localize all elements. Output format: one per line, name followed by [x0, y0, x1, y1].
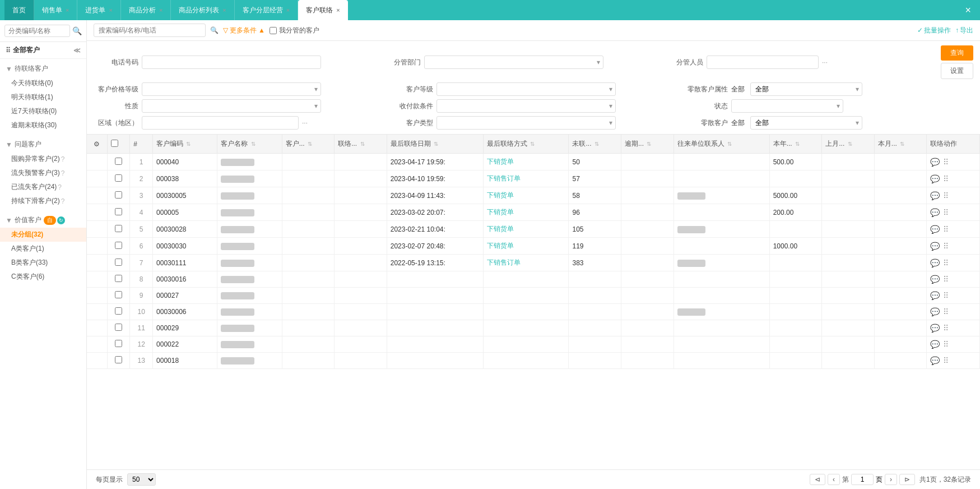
grid-action-icon[interactable]: ⠿ — [943, 356, 949, 365]
region-input[interactable] — [142, 116, 299, 130]
cell-checkbox[interactable] — [107, 288, 129, 304]
chat-icon[interactable]: 💬 — [930, 225, 940, 234]
phone-input[interactable] — [142, 56, 321, 69]
grid-action-icon[interactable]: ⠿ — [943, 158, 949, 167]
cell-checkbox[interactable] — [107, 336, 129, 353]
price-level-select[interactable] — [142, 82, 321, 96]
sidebar-collapse-icon[interactable]: ≪ — [73, 47, 81, 54]
sidebar-item-class-a[interactable]: A类客户(1) — [0, 242, 86, 256]
tab-goods-analysis-close[interactable]: × — [159, 7, 162, 13]
th-no-contact[interactable]: 未联... ⇅ — [569, 135, 621, 154]
chat-icon[interactable]: 💬 — [930, 356, 940, 365]
row-checkbox-6[interactable] — [115, 259, 122, 266]
sidebar-all-customers[interactable]: ⠿ 全部客户 ≪ — [0, 42, 86, 59]
sidebar-item-ungrouped[interactable]: 未分组(32) — [0, 228, 86, 242]
cell-last-method[interactable]: 下销货单 — [484, 238, 569, 255]
gender-select[interactable] — [142, 99, 321, 113]
tab-customer-tier[interactable]: 客户分层经营 × — [235, 0, 298, 20]
method-link[interactable]: 下销货单 — [487, 158, 514, 165]
cell-last-method[interactable]: 下销货单 — [484, 204, 569, 221]
th-last-method[interactable]: 最后联络方式 ⇅ — [484, 135, 569, 154]
payment-select[interactable] — [436, 99, 616, 113]
cust-type-select[interactable] — [436, 116, 616, 130]
th-last-month[interactable]: 上月... ⇅ — [822, 135, 875, 154]
row-checkbox-12[interactable] — [115, 356, 122, 363]
method-link[interactable]: 下销货单 — [487, 242, 514, 250]
th-this-month[interactable]: 本月... ⇅ — [874, 135, 927, 154]
retail-attr-select[interactable]: 全部 — [750, 82, 862, 96]
row-checkbox-3[interactable] — [115, 208, 122, 215]
last-page-btn[interactable]: ⊳ — [899, 474, 915, 485]
tab-sales-close[interactable]: × — [66, 7, 69, 13]
chat-icon[interactable]: 💬 — [930, 174, 940, 183]
cell-checkbox[interactable] — [107, 255, 129, 271]
th-this-year[interactable]: 本年... ⇅ — [769, 135, 822, 154]
th-type[interactable]: 客户... ⇅ — [282, 135, 335, 154]
method-link[interactable]: 下销售订单 — [487, 174, 521, 182]
th-settings[interactable]: ⚙ — [87, 135, 107, 154]
row-checkbox-7[interactable] — [115, 275, 122, 282]
tab-home[interactable]: 首页 — [4, 0, 34, 20]
chat-icon[interactable]: 💬 — [930, 275, 940, 284]
cell-last-method[interactable]: 下销货单 — [484, 154, 569, 170]
chat-icon[interactable]: 💬 — [930, 307, 940, 316]
chat-icon[interactable]: 💬 — [930, 291, 940, 300]
row-checkbox-11[interactable] — [115, 340, 122, 347]
th-name[interactable]: 客户名称 ⇅ — [217, 135, 282, 154]
window-close-button[interactable]: × — [960, 4, 976, 16]
sidebar-item-churn-warn[interactable]: 流失预警客户(3) ? — [0, 166, 86, 180]
sidebar-item-churned[interactable]: 已流失客户(24) ? — [0, 180, 86, 194]
status-select[interactable] — [731, 99, 843, 113]
method-link[interactable]: 下销货单 — [487, 208, 514, 216]
retail-cust-select[interactable]: 全部 — [750, 116, 862, 130]
method-link[interactable]: 下销售订单 — [487, 259, 521, 266]
cust-level-select[interactable] — [436, 82, 616, 96]
manager-input[interactable] — [707, 56, 819, 69]
sidebar-item-class-c[interactable]: C类客户(6) — [0, 270, 86, 284]
method-link[interactable]: 下销货单 — [487, 225, 514, 233]
sidebar-item-7days[interactable]: 近7天待联络(0) — [0, 104, 86, 118]
page-size-select[interactable]: 50 10 20 100 — [127, 473, 156, 486]
grid-action-icon[interactable]: ⠿ — [943, 242, 949, 251]
tab-goods-analysis[interactable]: 商品分析 × — [121, 0, 171, 20]
tab-customer-contact-close[interactable]: × — [336, 7, 340, 13]
cell-checkbox[interactable] — [107, 320, 129, 336]
sidebar-item-declining[interactable]: 持续下滑客户(2) ? — [0, 194, 86, 208]
grid-action-icon[interactable]: ⠿ — [943, 208, 949, 217]
grid-action-icon[interactable]: ⠿ — [943, 291, 949, 300]
row-checkbox-10[interactable] — [115, 324, 122, 331]
cell-last-method[interactable]: 下销售订单 — [484, 170, 569, 187]
sidebar-item-class-b[interactable]: B类客户(33) — [0, 256, 86, 270]
grid-action-icon[interactable]: ⠿ — [943, 324, 949, 333]
export-btn[interactable]: ↑ 导出 — [955, 26, 973, 35]
dept-select[interactable] — [424, 56, 603, 69]
tab-goods-list[interactable]: 商品分析列表 × — [171, 0, 234, 20]
first-page-btn[interactable]: ⊲ — [810, 474, 825, 485]
grid-action-icon[interactable]: ⠿ — [943, 340, 949, 349]
query-btn[interactable]: 查询 — [941, 45, 973, 61]
my-customers-check[interactable] — [270, 27, 277, 34]
tab-customer-tier-close[interactable]: × — [286, 7, 290, 13]
sidebar-item-today[interactable]: 今天待联络(0) — [0, 76, 86, 90]
th-checkbox[interactable] — [107, 135, 129, 154]
cell-checkbox[interactable] — [107, 353, 129, 369]
method-link[interactable]: 下销货单 — [487, 191, 514, 199]
cell-checkbox[interactable] — [107, 154, 129, 170]
reset-btn[interactable]: 设置 — [941, 63, 973, 79]
tab-purchase-close[interactable]: × — [109, 7, 112, 13]
tab-purchase[interactable]: 进货单 × — [77, 0, 120, 20]
chat-icon[interactable]: 💬 — [930, 242, 940, 251]
grid-action-icon[interactable]: ⠿ — [943, 259, 949, 267]
chat-icon[interactable]: 💬 — [930, 191, 940, 200]
cell-checkbox[interactable] — [107, 204, 129, 221]
cell-checkbox[interactable] — [107, 187, 129, 204]
row-checkbox-5[interactable] — [115, 242, 122, 249]
tab-customer-contact[interactable]: 客户联络 × — [298, 0, 347, 20]
tab-goods-list-close[interactable]: × — [222, 7, 226, 13]
main-search-input[interactable] — [94, 24, 206, 37]
manager-dots[interactable]: ··· — [822, 58, 828, 66]
prev-page-btn[interactable]: ‹ — [828, 474, 840, 485]
chat-icon[interactable]: 💬 — [930, 324, 940, 333]
sidebar-value-header[interactable]: ▼ 价值客户 自 ↻ — [0, 213, 86, 228]
cell-checkbox[interactable] — [107, 304, 129, 320]
